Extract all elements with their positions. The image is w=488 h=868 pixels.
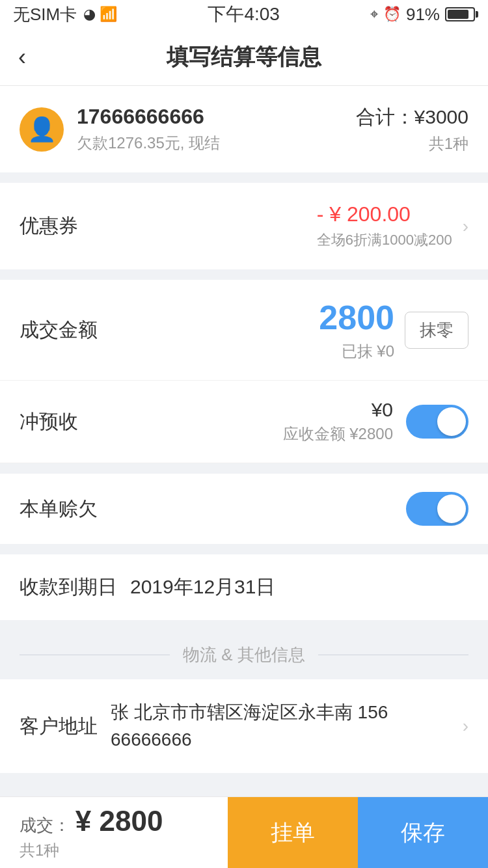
bottom-deal-label: 成交： [20, 815, 70, 835]
divider-right-line [318, 655, 468, 655]
bottom-bar: 成交： ¥ 2800 共1种 挂单 保存 [0, 796, 488, 868]
deal-amount-row: 成交金额 2800 已抹 ¥0 抹零 [0, 280, 488, 381]
alarm-icon: ⏰ [383, 6, 401, 23]
bottom-deal-info: 成交： ¥ 2800 共1种 [0, 805, 228, 861]
debt-toggle[interactable] [406, 492, 468, 526]
back-button[interactable]: ‹ [18, 44, 26, 71]
amount-section: 成交金额 2800 已抹 ¥0 抹零 冲预收 ¥0 应收金额 ¥2800 [0, 280, 488, 463]
logistics-label: 物流 & 其他信息 [183, 644, 305, 666]
precollect-amount: ¥0 [283, 399, 393, 421]
coupon-amount: - ¥ 200.00 [317, 202, 452, 226]
total-amount: 合计：¥3000 [356, 104, 468, 131]
customer-details: 17666666666 欠款1276.35元, 现结 [77, 105, 220, 154]
save-button[interactable]: 保存 [358, 797, 488, 869]
avatar: 👤 [20, 107, 64, 152]
status-left: 无SIM卡 ◕ 📶 [13, 3, 117, 26]
address-section: 客户地址 张 北京市市辖区海淀区永丰南 156 66666666 › [0, 679, 488, 773]
content: 👤 17666666666 欠款1276.35元, 现结 合计：¥3000 共1… [0, 86, 488, 868]
customer-phone: 17666666666 [77, 105, 220, 129]
precollect-toggle[interactable] [406, 405, 468, 439]
coupon-row[interactable]: 优惠券 - ¥ 200.00 全场6折满1000减200 › [0, 183, 488, 269]
precollect-sub: 应收金额 ¥2800 [283, 424, 393, 444]
deal-value-group: 2800 已抹 ¥0 抹零 [319, 298, 468, 362]
status-time: 下午4:03 [208, 2, 280, 27]
avatar-icon: 👤 [27, 116, 57, 143]
pending-button[interactable]: 挂单 [228, 797, 358, 869]
deal-amount-number: 2800 [319, 298, 394, 337]
logistics-divider: 物流 & 其他信息 [0, 631, 488, 679]
coupon-section: 优惠券 - ¥ 200.00 全场6折满1000减200 › [0, 183, 488, 269]
page-title: 填写结算等信息 [167, 42, 321, 72]
address-label: 客户地址 [20, 713, 98, 740]
precollect-label: 冲预收 [20, 409, 78, 435]
bottom-deal-amount: ¥ 2800 [75, 805, 163, 837]
status-right: ⌖ ⏰ 91% [370, 5, 475, 25]
due-date-value: 2019年12月31日 [130, 574, 275, 601]
customer-total: 合计：¥3000 共1种 [356, 104, 468, 154]
due-date-label: 收款到期日 [20, 574, 117, 601]
customer-card: 👤 17666666666 欠款1276.35元, 现结 合计：¥3000 共1… [0, 86, 488, 172]
coupon-chevron-icon: › [463, 216, 468, 237]
bottom-deal-count: 共1种 [20, 840, 208, 861]
debt-row: 本单赊欠 [0, 474, 488, 544]
total-count: 共1种 [356, 133, 468, 154]
status-bar: 无SIM卡 ◕ 📶 下午4:03 ⌖ ⏰ 91% [0, 0, 488, 29]
coupon-right: - ¥ 200.00 全场6折满1000减200 › [317, 202, 468, 250]
location-icon: ⌖ [370, 6, 378, 23]
carrier-text: 无SIM卡 [13, 3, 77, 26]
precollect-row: 冲预收 ¥0 应收金额 ¥2800 [0, 381, 488, 463]
due-date-section: 收款到期日 2019年12月31日 [0, 554, 488, 620]
customer-sub-info: 欠款1276.35元, 现结 [77, 133, 220, 154]
customer-info-left: 👤 17666666666 欠款1276.35元, 现结 [20, 105, 220, 154]
round-zero-button[interactable]: 抹零 [405, 312, 468, 349]
address-chevron-icon: › [463, 716, 468, 737]
battery-icon [445, 7, 475, 21]
wifi-icon: ◕ 📶 [83, 6, 117, 23]
debt-section: 本单赊欠 [0, 474, 488, 544]
coupon-desc: 全场6折满1000减200 [317, 230, 452, 250]
address-value: 张 北京市市辖区海淀区永丰南 156 66666666 [111, 699, 450, 753]
already-zero-text: 已抹 ¥0 [319, 341, 394, 362]
debt-label: 本单赊欠 [20, 496, 98, 522]
nav-bar: ‹ 填写结算等信息 [0, 29, 488, 86]
address-row[interactable]: 客户地址 张 北京市市辖区海淀区永丰南 156 66666666 › [0, 679, 488, 773]
deal-label: 成交金额 [20, 317, 98, 344]
battery-text: 91% [406, 5, 440, 25]
precollect-right: ¥0 应收金额 ¥2800 [283, 399, 468, 444]
bottom-deal-row: 成交： ¥ 2800 [20, 805, 208, 837]
coupon-label: 优惠券 [20, 213, 78, 239]
divider-left-line [20, 655, 170, 655]
precollect-info: ¥0 应收金额 ¥2800 [283, 399, 393, 444]
